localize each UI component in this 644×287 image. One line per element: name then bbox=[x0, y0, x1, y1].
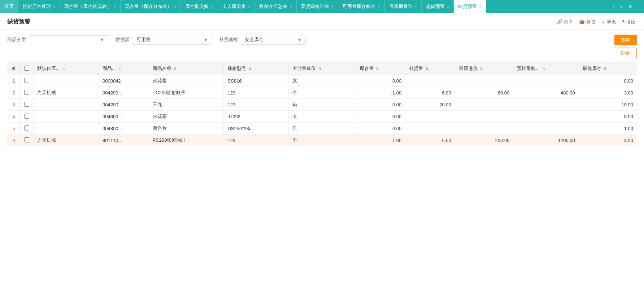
tab-label: 现存量（库存状况表） bbox=[64, 3, 111, 10]
row-checkbox[interactable] bbox=[24, 125, 29, 131]
table-row: 2 力天机械 004200... PC200油缸缸子 123 个 -1.00 6… bbox=[7, 87, 637, 99]
tab-batch[interactable]: 库存批次账 × bbox=[181, 0, 218, 13]
table-header-row: ⚙ 默认供应... ⇅ 商品... ⇅ 商品名称 ⇅ bbox=[7, 62, 637, 75]
column-product-code[interactable]: 商品... ⇅ bbox=[99, 62, 149, 75]
column-stock[interactable]: 库存量 ⇅ bbox=[356, 62, 405, 75]
tab-close-icon[interactable]: × bbox=[53, 4, 55, 9]
category-select[interactable]: ▼ bbox=[29, 35, 108, 44]
tab-overstock[interactable]: 超储预警 × bbox=[422, 0, 454, 13]
row-spec-cell: 123 bbox=[224, 99, 289, 111]
tab-home[interactable]: 首页 bbox=[0, 0, 18, 13]
tab-close-icon[interactable]: × bbox=[211, 4, 213, 9]
row-est-purchase-cell bbox=[513, 75, 579, 87]
tab-label: 可用量库存账本 bbox=[343, 3, 375, 10]
row-num-cell: 3 bbox=[7, 99, 20, 111]
tab-prev-button[interactable]: ‹ bbox=[610, 0, 618, 13]
tab-close-icon[interactable]: × bbox=[174, 4, 176, 9]
tab-close-window-button[interactable]: ✕ bbox=[625, 0, 635, 13]
row-checkbox[interactable] bbox=[24, 90, 29, 95]
query-button[interactable]: 查询 bbox=[614, 35, 637, 45]
table-row: 4 004600... 火花塞 J7092 支 0.00 8.00 bbox=[7, 111, 637, 123]
export-button[interactable]: ⇓ 导出 bbox=[601, 19, 616, 25]
action-buttons: 查询 设置 bbox=[614, 35, 637, 59]
row-product-code-cell: 004600... bbox=[99, 111, 149, 123]
row-supplier-cell bbox=[33, 111, 99, 123]
refresh-icon: ↻ bbox=[622, 19, 626, 25]
tab-close-icon[interactable]: × bbox=[290, 4, 292, 9]
replenish-icon: 📦 bbox=[579, 19, 585, 25]
replenish-base-filter-group: 补货基数 安全库存 ▼ bbox=[219, 35, 306, 45]
export-icon: ⇓ bbox=[601, 19, 605, 25]
column-spec[interactable]: 规格型号 ⇅ bbox=[224, 62, 289, 75]
tab-flow[interactable]: 出入库流水 × bbox=[218, 0, 255, 13]
row-product-code-cell: 801110... bbox=[99, 134, 149, 146]
row-unit-cell: 箱 bbox=[289, 99, 356, 111]
tab-shortage[interactable]: 缺货预警 × bbox=[454, 0, 486, 13]
row-product-name-cell: PC200张紧油缸 bbox=[149, 134, 224, 146]
column-min-stock[interactable]: 最低库存 ⇅ bbox=[579, 62, 637, 75]
tab-close-icon[interactable]: × bbox=[479, 4, 481, 9]
column-est-purchase[interactable]: 预计采购... ⇅ bbox=[513, 62, 579, 75]
tab-close-icon[interactable]: × bbox=[113, 4, 116, 9]
share-icon: 🔗 bbox=[557, 19, 562, 25]
tab-stock-status[interactable]: 现存量（库存状况表） × bbox=[60, 0, 120, 13]
column-supplier[interactable]: 默认供应... ⇅ bbox=[33, 62, 99, 75]
tab-close-icon[interactable]: × bbox=[331, 4, 334, 9]
tab-close-icon[interactable]: × bbox=[248, 4, 250, 9]
page-header: 缺货预警 🔗 分享 📦 补货 ⇓ 导出 ↻ 刷新 bbox=[0, 13, 644, 30]
row-latest-price-cell: 200.00 bbox=[455, 134, 513, 146]
tab-maximize-button[interactable]: □ bbox=[635, 0, 644, 13]
column-product-name[interactable]: 商品名称 ⇅ bbox=[149, 62, 224, 75]
select-all-checkbox[interactable] bbox=[24, 66, 29, 71]
refresh-button[interactable]: ↻ 刷新 bbox=[622, 19, 637, 25]
replenish-button[interactable]: 📦 补货 bbox=[579, 19, 596, 25]
row-min-stock-cell: 8.00 bbox=[579, 75, 637, 87]
column-latest-price[interactable]: 最新进价 ⇅ bbox=[455, 62, 513, 75]
row-stock-cell: 0.00 bbox=[356, 123, 405, 134]
tab-close-icon[interactable]: × bbox=[447, 4, 449, 9]
tab-close-icon[interactable]: × bbox=[378, 4, 380, 9]
sort-icon: ⇅ bbox=[62, 67, 65, 71]
row-spec-cell: SS816 bbox=[224, 75, 289, 87]
replenish-base-select[interactable]: 安全库存 ▼ bbox=[241, 35, 306, 45]
row-stock-cell: -1.00 bbox=[356, 134, 405, 146]
tab-label: 出入库流水 bbox=[222, 3, 246, 10]
row-replenish-cell: 6.00 bbox=[405, 87, 455, 99]
datasource-select[interactable]: 可用量 ▼ bbox=[132, 35, 212, 45]
tab-expiry[interactable]: 保质期查询 × bbox=[385, 0, 422, 13]
tab-available-ledger[interactable]: 可用量库存账本 × bbox=[338, 0, 384, 13]
column-replenish[interactable]: 补货量 ⇅ bbox=[405, 62, 455, 75]
tab-close-icon[interactable]: × bbox=[415, 4, 417, 9]
tab-summary[interactable]: 收发存汇总表 × bbox=[255, 0, 296, 13]
sort-icon: ⇅ bbox=[318, 67, 321, 71]
sort-icon: ⇅ bbox=[174, 67, 177, 71]
row-latest-price-cell bbox=[455, 99, 513, 111]
row-checkbox[interactable] bbox=[24, 102, 29, 107]
row-replenish-cell bbox=[405, 75, 455, 87]
column-unit[interactable]: 主计量单位 ⇅ bbox=[289, 62, 356, 75]
row-product-name-cell: 离合片 bbox=[149, 123, 224, 134]
row-latest-price-cell bbox=[455, 75, 513, 87]
column-checkbox bbox=[20, 62, 33, 75]
row-checkbox[interactable] bbox=[24, 137, 29, 142]
row-checkbox[interactable] bbox=[24, 114, 29, 119]
row-checkbox[interactable] bbox=[24, 78, 29, 83]
row-latest-price-cell bbox=[455, 111, 513, 123]
tab-order-stats[interactable]: 要货单统计表 × bbox=[297, 0, 338, 13]
row-unit-cell: 支 bbox=[289, 111, 356, 123]
replenish-base-dropdown-icon: ▼ bbox=[297, 37, 302, 43]
share-button[interactable]: 🔗 分享 bbox=[557, 19, 573, 25]
tab-next-button[interactable]: › bbox=[618, 0, 625, 13]
tab-picking[interactable]: 拣货异常处理 × bbox=[18, 0, 60, 13]
column-gear[interactable]: ⚙ bbox=[7, 62, 20, 75]
tab-stock-dist[interactable]: 现存量（库存分布表） × bbox=[121, 0, 181, 13]
row-latest-price-cell bbox=[455, 123, 513, 134]
export-label: 导出 bbox=[607, 19, 616, 25]
tab-bar: 首页 拣货异常处理 × 现存量（库存状况表） × 现存量（库存分布表） × 库存… bbox=[0, 0, 644, 13]
row-stock-cell: -1.00 bbox=[356, 87, 405, 99]
datasource-filter-group: 数据源 可用量 ▼ bbox=[116, 35, 212, 45]
sort-icon: ⇅ bbox=[542, 67, 545, 71]
sort-icon: ⇅ bbox=[426, 67, 428, 71]
row-product-code-cell: 004800... bbox=[99, 123, 149, 134]
settings-button[interactable]: 设置 bbox=[614, 48, 637, 59]
